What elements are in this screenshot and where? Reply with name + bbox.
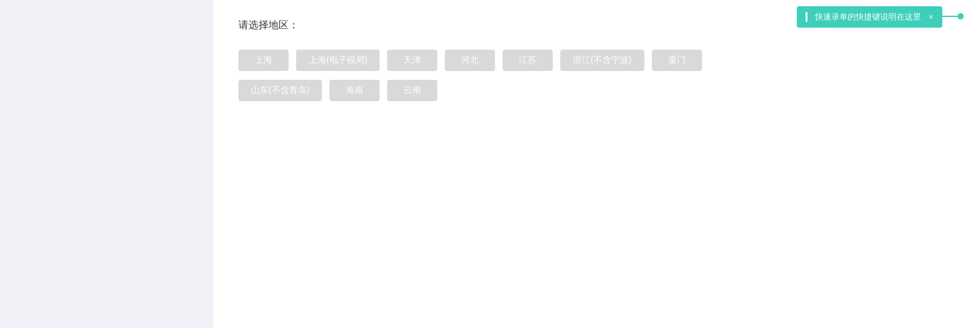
- tooltip-dot: [957, 13, 964, 19]
- region-button-tianjin[interactable]: 天津: [387, 50, 437, 71]
- region-button-hebei[interactable]: 河北: [445, 50, 495, 71]
- tooltip-bar: 快速录单的快捷键说明在这里 ×: [797, 6, 942, 28]
- region-button-xiamen[interactable]: 厦门: [652, 50, 702, 71]
- region-button-shanghai[interactable]: 上海: [238, 50, 289, 71]
- region-button-yunnan[interactable]: 云南: [387, 80, 437, 101]
- region-row-1: 上海上海(电子税局)天津河北江苏浙江(不含宁波)厦门: [238, 50, 955, 71]
- region-row-2: 山东(不含青岛)海南云南: [238, 80, 955, 101]
- tooltip-text: 快速录单的快捷键说明在这里: [815, 11, 921, 23]
- main-content: 请选择地区： 上海上海(电子税局)天津河北江苏浙江(不含宁波)厦门 山东(不含青…: [213, 0, 980, 328]
- left-sidebar: [0, 0, 213, 328]
- tooltip-close-button[interactable]: ×: [929, 12, 934, 22]
- region-button-zhejiang[interactable]: 浙江(不含宁波): [560, 50, 644, 71]
- region-button-shandong[interactable]: 山东(不含青岛): [238, 80, 322, 101]
- region-button-shanghai-etax[interactable]: 上海(电子税局): [296, 50, 380, 71]
- region-button-hainan[interactable]: 海南: [329, 80, 380, 101]
- tooltip-line: [942, 16, 957, 17]
- region-button-jiangsu[interactable]: 江苏: [503, 50, 553, 71]
